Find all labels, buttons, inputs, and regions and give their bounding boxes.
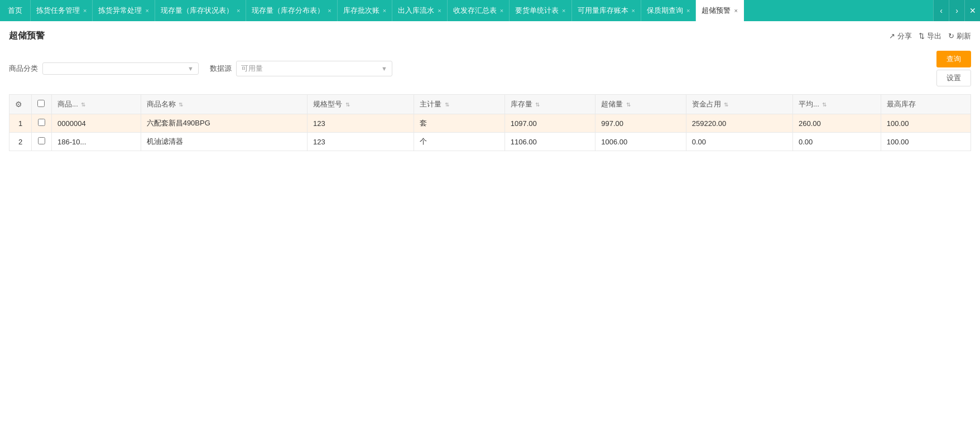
nav-tab-10[interactable]: 保质期查询 × <box>641 0 696 21</box>
col-header-capital[interactable]: 资金占用 ⇅ <box>686 95 792 114</box>
col-header-product-name[interactable]: 商品名称 ⇅ <box>141 95 307 114</box>
export-icon: ⇅ <box>919 32 925 40</box>
nav-tab-active[interactable]: 超储预警 × <box>696 0 743 21</box>
close-tab-1-icon[interactable]: × <box>83 7 87 14</box>
table-row: 2 186-10... 机油滤清器 123 个 1106.00 1006.00 … <box>9 133 971 151</box>
row-overflow-1: 997.00 <box>595 114 686 133</box>
sort-unit-icon: ⇅ <box>445 101 449 108</box>
nav-tab-1[interactable]: 拣货任务管理 × <box>31 0 93 21</box>
row-unit-2: 个 <box>414 133 505 151</box>
nav-tab-2[interactable]: 拣货异常处理 × <box>93 0 155 21</box>
nav-arrows: ‹ › ✕ <box>933 0 980 21</box>
row-checkbox-2 <box>32 133 52 151</box>
datasource-select-value: 可用量 <box>241 64 263 74</box>
row-spec-1: 123 <box>308 114 414 133</box>
close-tab-3-icon[interactable]: × <box>237 7 240 14</box>
settings-button[interactable]: 设置 <box>936 70 971 86</box>
nav-tab-6[interactable]: 出入库流水 × <box>392 0 447 21</box>
nav-tab-7[interactable]: 收发存汇总表 × <box>448 0 510 21</box>
row-avg-1: 260.00 <box>793 114 881 133</box>
row-product-code-1: 0000004 <box>52 114 141 133</box>
select-all-checkbox[interactable] <box>37 100 45 107</box>
close-tab-8-icon[interactable]: × <box>562 7 565 14</box>
settings-gear-icon[interactable]: ⚙ <box>15 100 22 109</box>
nav-prev-button[interactable]: ‹ <box>933 0 949 21</box>
sort-capital-icon: ⇅ <box>724 101 728 108</box>
row-capital-1: 259220.00 <box>686 114 792 133</box>
export-button[interactable]: ⇅ 导出 <box>919 31 941 41</box>
col-header-spec[interactable]: 规格型号 ⇅ <box>308 95 414 114</box>
sort-stock-icon: ⇅ <box>535 101 540 108</box>
col-header-checkbox <box>32 95 52 114</box>
page-actions: ↗ 分享 ⇅ 导出 ↻ 刷新 <box>889 31 971 41</box>
nav-tab-5[interactable]: 库存批次账 × <box>338 0 392 21</box>
category-dropdown-icon: ▼ <box>188 65 194 72</box>
col-header-unit[interactable]: 主计量 ⇅ <box>414 95 505 114</box>
nav-close-button[interactable]: ✕ <box>964 0 980 21</box>
data-table: ⚙ 商品... ⇅ 商品名称 ⇅ 规格型号 ⇅ 主计量 <box>9 94 971 151</box>
row-overflow-2: 1006.00 <box>595 133 686 151</box>
row-avg-2: 0.00 <box>793 133 881 151</box>
datasource-select[interactable]: 可用量 ▼ <box>236 61 392 76</box>
close-tab-5-icon[interactable]: × <box>383 7 386 14</box>
filter-buttons: 查询 设置 <box>936 51 971 86</box>
col-header-product-code[interactable]: 商品... ⇅ <box>52 95 141 114</box>
close-tab-active-icon[interactable]: × <box>734 7 737 14</box>
close-tab-9-icon[interactable]: × <box>632 7 635 14</box>
close-tab-10-icon[interactable]: × <box>686 7 690 14</box>
sort-spec-icon: ⇅ <box>345 101 350 108</box>
datasource-dropdown-icon: ▼ <box>381 65 387 72</box>
col-header-settings: ⚙ <box>9 95 32 114</box>
row-stock-1: 1097.00 <box>505 114 595 133</box>
row-max-stock-2: 100.00 <box>881 133 971 151</box>
datasource-label: 数据源 <box>210 64 232 74</box>
datasource-filter: 数据源 可用量 ▼ <box>210 61 392 76</box>
table-header-row: ⚙ 商品... ⇅ 商品名称 ⇅ 规格型号 ⇅ 主计量 <box>9 95 971 114</box>
query-button[interactable]: 查询 <box>936 51 971 67</box>
row-unit-1: 套 <box>414 114 505 133</box>
close-tab-4-icon[interactable]: × <box>328 7 331 14</box>
close-tab-7-icon[interactable]: × <box>500 7 503 14</box>
close-tab-2-icon[interactable]: × <box>145 7 148 14</box>
category-select[interactable]: ▼ <box>42 62 199 75</box>
sort-product-code-icon: ⇅ <box>81 101 85 108</box>
col-header-overflow[interactable]: 超储量 ⇅ <box>595 95 686 114</box>
row-num-2: 2 <box>9 133 32 151</box>
table-row: 1 0000004 六配套新昌490BPG 123 套 1097.00 997.… <box>9 114 971 133</box>
col-header-max-stock[interactable]: 最高库存 <box>881 95 971 114</box>
col-header-stock[interactable]: 库存量 ⇅ <box>505 95 595 114</box>
row-select-checkbox-1[interactable] <box>38 119 45 126</box>
row-select-checkbox-2[interactable] <box>38 137 45 144</box>
row-max-stock-1: 100.00 <box>881 114 971 133</box>
top-navigation: 首页 拣货任务管理 × 拣货异常处理 × 现存量（库存状况表） × 现存量（库存… <box>0 0 980 21</box>
sort-product-name-icon: ⇅ <box>179 101 183 108</box>
filter-row: 商品分类 ▼ 数据源 可用量 ▼ 查询 设置 <box>9 51 971 86</box>
row-product-code-2: 186-10... <box>52 133 141 151</box>
row-product-name-1: 六配套新昌490BPG <box>141 114 307 133</box>
nav-tab-8[interactable]: 要货单统计表 × <box>510 0 571 21</box>
page-title: 超储预警 <box>9 30 45 42</box>
row-checkbox-1 <box>32 114 52 133</box>
category-label: 商品分类 <box>9 64 38 74</box>
row-stock-2: 1106.00 <box>505 133 595 151</box>
refresh-icon: ↻ <box>948 32 954 40</box>
share-icon: ↗ <box>889 32 895 40</box>
close-tab-6-icon[interactable]: × <box>438 7 441 14</box>
page-content: 超储预警 ↗ 分享 ⇅ 导出 ↻ 刷新 商品分类 ▼ 数据源 <box>0 21 980 446</box>
nav-next-button[interactable]: › <box>949 0 964 21</box>
row-product-name-2: 机油滤清器 <box>141 133 307 151</box>
sort-overflow-icon: ⇅ <box>626 101 631 108</box>
nav-home[interactable]: 首页 <box>0 0 31 21</box>
nav-tab-9[interactable]: 可用量库存账本 × <box>572 0 641 21</box>
share-button[interactable]: ↗ 分享 <box>889 31 912 41</box>
row-spec-2: 123 <box>308 133 414 151</box>
nav-tab-3[interactable]: 现存量（库存状况表） × <box>155 0 246 21</box>
category-filter: 商品分类 ▼ <box>9 62 199 75</box>
row-capital-2: 0.00 <box>686 133 792 151</box>
page-header: 超储预警 ↗ 分享 ⇅ 导出 ↻ 刷新 <box>9 30 971 42</box>
sort-avg-icon: ⇅ <box>822 101 827 108</box>
nav-tab-4[interactable]: 现存量（库存分布表） × <box>246 0 337 21</box>
row-num-1: 1 <box>9 114 32 133</box>
refresh-button[interactable]: ↻ 刷新 <box>948 31 971 41</box>
col-header-avg[interactable]: 平均... ⇅ <box>793 95 881 114</box>
